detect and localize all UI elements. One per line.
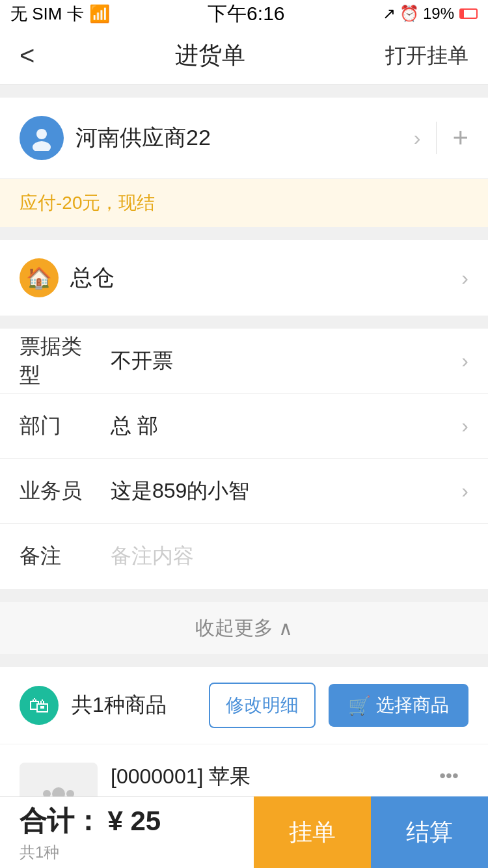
status-right: ↗ ⏰ 19% [383,5,478,23]
salesman-row[interactable]: 业务员 这是859的小智 › [0,459,488,524]
total-label: 合计： [20,806,102,836]
battery-icon [459,8,478,19]
invoice-row[interactable]: 票据类型 不开票 › [0,329,488,394]
warehouse-section[interactable]: 🏠 总仓 › [0,240,488,316]
supplier-notice: 应付-20元，现结 [0,179,488,227]
product-more-button[interactable]: ••• [429,763,468,789]
wifi-icon: 📶 [89,4,110,24]
status-left: 无 SIM 卡 📶 [10,3,110,25]
supplier-row[interactable]: 河南供应商22 › + [0,98,488,179]
carrier-text: 无 SIM 卡 [10,3,84,25]
warehouse-icon: 🏠 [20,258,59,297]
total-amount: 合计： ¥ 25 [20,803,234,839]
form-section: 票据类型 不开票 › 部门 总 部 › 业务员 这是859的小智 › 备注 备注… [0,329,488,589]
svg-point-1 [33,141,51,151]
dept-label: 部门 [20,412,98,441]
status-bar: 无 SIM 卡 📶 下午6:16 ↗ ⏰ 19% [0,0,488,27]
select-product-button[interactable]: 🛒 选择商品 [329,684,468,727]
total-count: 共1种 [20,842,234,863]
battery-text: 19% [423,5,454,23]
supplier-section: 河南供应商22 › + 应付-20元，现结 [0,98,488,227]
salesman-value: 这是859的小智 [98,477,461,506]
supplier-name: 河南供应商22 [75,123,211,153]
warehouse-name: 总仓 [70,263,461,293]
product-code: [0000001] [111,765,203,788]
remark-label: 备注 [20,542,98,571]
product-title: 苹果 [209,765,251,788]
warehouse-chevron-icon: › [461,266,468,290]
select-product-icon: 🛒 [348,695,371,716]
house-icon: 🏠 [26,265,52,290]
select-product-label: 选择商品 [376,693,449,718]
add-supplier-button[interactable]: + [452,122,468,154]
remark-input[interactable]: 备注内容 [98,542,468,571]
remark-row[interactable]: 备注 备注内容 [0,524,488,589]
collapse-text: 收起更多 [195,615,273,642]
total-section: 合计： ¥ 25 共1种 [0,796,254,868]
checkout-button[interactable]: 结算 [371,796,488,868]
products-header: 🛍 共1种商品 修改明细 🛒 选择商品 [0,667,488,744]
svg-point-0 [36,129,47,139]
product-name: [0000001] 苹果 [111,763,416,791]
invoice-label: 票据类型 [20,332,98,390]
alarm-icon: ⏰ [400,5,419,23]
collapse-icon: ∧ [278,617,293,640]
divider [436,122,437,154]
collapse-bar[interactable]: 收起更多 ∧ [0,602,488,654]
supplier-chevron-icon: › [414,126,421,150]
dept-value: 总 部 [98,412,461,441]
supplier-left: 河南供应商22 [20,116,414,160]
invoice-chevron-icon: › [461,349,468,373]
salesman-chevron-icon: › [461,479,468,503]
invoice-value: 不开票 [98,347,461,375]
nav-bar: < 进货单 打开挂单 [0,27,488,85]
edit-detail-button[interactable]: 修改明细 [209,683,316,728]
supplier-avatar [20,116,64,160]
bottom-bar: 合计： ¥ 25 共1种 挂单 结算 [0,796,488,868]
suspend-button[interactable]: 挂单 [254,796,371,868]
back-button[interactable]: < [20,41,34,70]
location-icon: ↗ [383,5,396,23]
dept-chevron-icon: › [461,414,468,438]
page-title: 进货单 [175,40,245,72]
product-count: 共1种商品 [72,691,196,720]
dept-row[interactable]: 部门 总 部 › [0,394,488,459]
products-icon: 🛍 [20,686,59,725]
total-value: ¥ 25 [107,806,161,836]
salesman-label: 业务员 [20,477,98,506]
shopping-bag-icon: 🛍 [29,694,49,718]
status-time: 下午6:16 [208,1,284,27]
open-pending-button[interactable]: 打开挂单 [385,42,468,70]
